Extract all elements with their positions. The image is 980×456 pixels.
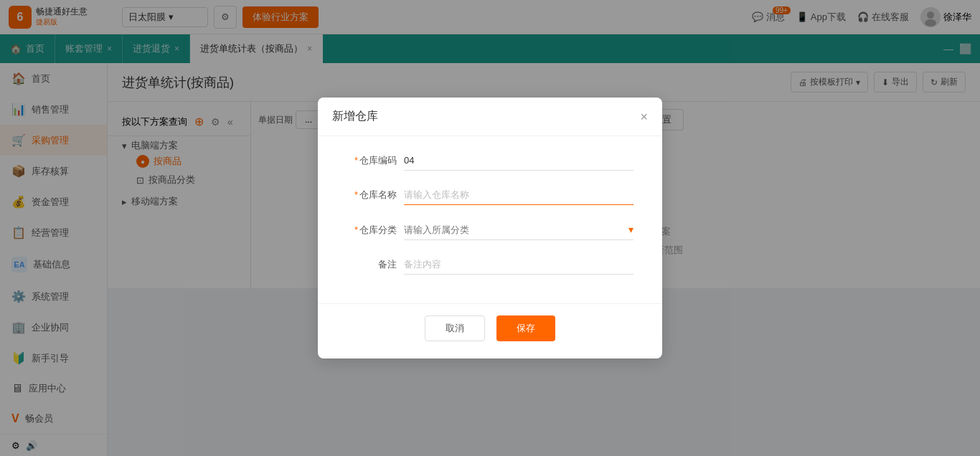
form-row-name: 仓库名称: [347, 185, 633, 205]
save-button[interactable]: 保存: [496, 315, 555, 341]
category-label: 仓库分类: [347, 224, 397, 237]
dialog-overlay: 新增仓库 × 仓库编码 仓库名称 仓库分类 ▾: [0, 0, 980, 456]
category-input[interactable]: [404, 224, 628, 235]
dialog-close-button[interactable]: ×: [640, 110, 648, 123]
cancel-button[interactable]: 取消: [425, 315, 485, 341]
remark-input[interactable]: [404, 255, 633, 275]
dialog-body: 仓库编码 仓库名称 仓库分类 ▾ 备注: [318, 136, 662, 303]
dialog-title: 新增仓库: [332, 109, 378, 124]
form-row-remark: 备注: [347, 255, 633, 275]
new-warehouse-dialog: 新增仓库 × 仓库编码 仓库名称 仓库分类 ▾: [318, 98, 662, 358]
form-row-code: 仓库编码: [347, 151, 633, 171]
name-label: 仓库名称: [347, 189, 397, 201]
form-row-category: 仓库分类 ▾: [347, 219, 633, 240]
code-label: 仓库编码: [347, 154, 397, 167]
remark-label: 备注: [347, 258, 397, 271]
dialog-footer: 取消 保存: [318, 303, 662, 358]
category-select-row[interactable]: ▾: [404, 219, 633, 240]
name-input[interactable]: [404, 185, 633, 205]
code-input[interactable]: [404, 151, 633, 171]
dialog-header: 新增仓库 ×: [318, 98, 662, 136]
category-chevron-icon: ▾: [628, 224, 633, 235]
